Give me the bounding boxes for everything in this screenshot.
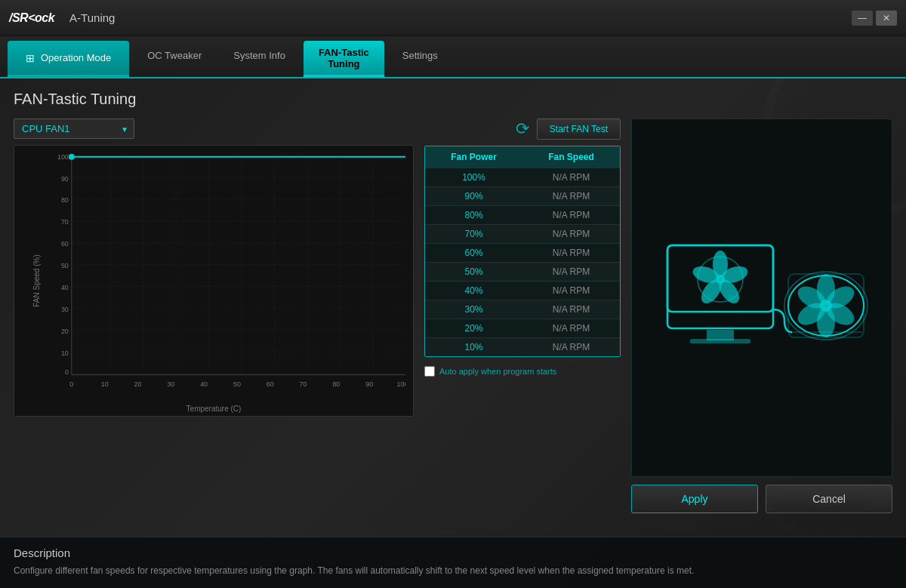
svg-point-26 [69,154,75,160]
description-section: Description Configure different fan spee… [0,537,906,588]
content-row: CPU FAN1 CPU FAN2 CHA_FAN1 CHA_FAN2 ▼ FA… [14,119,892,513]
grid-icon: ⊞ [26,52,35,64]
titlebar: /SR<ock A-Tuning — ✕ [0,0,906,36]
fan-speed-cell: N/A RPM [522,187,620,205]
image-section: Apply Cancel [631,119,892,513]
table-section: ⟳ Start FAN Test Fan Power Fan Speed 100… [424,119,621,513]
tab-oc-tweaker[interactable]: OC Tweaker [132,36,217,77]
fan-power-cell: 70% [425,225,522,243]
start-fan-test-button[interactable]: Start FAN Test [537,119,621,140]
svg-text:20: 20 [134,380,141,388]
chart-section: CPU FAN1 CPU FAN2 CHA_FAN1 CHA_FAN2 ▼ FA… [14,119,414,513]
svg-text:90: 90 [365,380,373,388]
svg-text:50: 50 [61,262,69,269]
fan-speed-cell: N/A RPM [522,225,620,243]
fan-speed-header: Fan Speed [522,146,620,168]
fan-power-cell: 100% [425,168,522,186]
svg-text:20: 20 [61,328,69,335]
table-row: 30% N/A RPM [425,300,620,319]
main-content: FAN-Tastic Tuning CPU FAN1 CPU FAN2 CHA_… [0,79,906,588]
fan-image-box [631,119,892,477]
fan-dropdown-wrapper[interactable]: CPU FAN1 CPU FAN2 CHA_FAN1 CHA_FAN2 ▼ [14,119,134,139]
tab-settings-label: Settings [402,50,438,61]
fan-power-cell: 60% [425,244,522,262]
svg-text:30: 30 [61,306,69,313]
svg-point-37 [716,275,725,284]
fan-illustration-svg [652,223,871,374]
svg-text:10: 10 [101,380,109,388]
svg-text:100: 100 [57,153,69,161]
logo-area: /SR<ock A-Tuning [9,11,115,25]
asrock-logo: /SR<ock [9,11,54,25]
table-row: 70% N/A RPM [425,224,620,243]
navbar: ⊞ Operation Mode OC Tweaker System Info … [0,36,906,79]
description-text: Configure different fan speeds for respe… [14,564,892,577]
tab-fan-tastic[interactable]: FAN-TasticTuning [304,41,384,77]
table-header: Fan Power Fan Speed [425,146,620,168]
svg-text:100: 100 [397,380,405,388]
svg-text:40: 40 [61,284,69,291]
svg-text:80: 80 [61,196,69,204]
svg-text:60: 60 [267,380,274,388]
svg-text:10: 10 [61,349,69,357]
tab-operation-mode-label: Operation Mode [41,52,111,63]
fan-power-cell: 90% [425,187,522,205]
svg-text:30: 30 [167,380,174,388]
fan-test-row: ⟳ Start FAN Test [424,119,621,140]
chart-y-label: FAN Speed (%) [32,254,41,306]
table-row: 40% N/A RPM [425,281,620,300]
svg-rect-0 [72,155,405,374]
tab-system-info[interactable]: System Info [218,36,300,77]
fan-power-cell: 30% [425,300,522,319]
svg-rect-29 [707,330,734,340]
svg-text:70: 70 [300,380,307,388]
fan-select[interactable]: CPU FAN1 CPU FAN2 CHA_FAN1 CHA_FAN2 [14,119,134,139]
table-row: 10% N/A RPM [425,337,620,356]
auto-apply-label[interactable]: Auto apply when program starts [439,367,556,376]
table-row: 20% N/A RPM [425,319,620,337]
svg-text:70: 70 [61,218,69,226]
tab-fan-tastic-label: FAN-TasticTuning [319,47,369,69]
fan-speed-cell: N/A RPM [522,319,620,337]
page-title: FAN-Tastic Tuning [14,91,892,108]
fan-speed-cell: N/A RPM [522,338,620,356]
fan-speed-cell: N/A RPM [522,300,620,319]
auto-apply-checkbox[interactable] [424,366,435,377]
fan-select-row: CPU FAN1 CPU FAN2 CHA_FAN1 CHA_FAN2 ▼ [14,119,414,139]
fan-speed-cell: N/A RPM [522,206,620,224]
chart-svg[interactable]: 100 90 80 70 60 50 40 30 20 10 0 0 10 20… [45,153,405,398]
table-row: 60% N/A RPM [425,243,620,262]
svg-text:80: 80 [332,380,340,388]
app-title: A-Tuning [69,11,115,24]
fan-power-cell: 10% [425,338,522,356]
svg-text:0: 0 [69,380,73,388]
tab-operation-mode[interactable]: ⊞ Operation Mode [8,41,129,77]
tab-oc-tweaker-label: OC Tweaker [147,50,202,61]
auto-apply-row: Auto apply when program starts [424,366,621,377]
fan-power-cell: 80% [425,206,522,224]
fan-power-header: Fan Power [425,146,522,168]
tab-settings[interactable]: Settings [387,36,453,77]
table-row: 80% N/A RPM [425,205,620,224]
fan-power-cell: 20% [425,319,522,337]
tab-system-info-label: System Info [233,50,285,61]
description-title: Description [14,546,892,559]
minimize-button[interactable]: — [852,11,873,26]
svg-text:60: 60 [61,240,69,248]
fan-power-cell: 40% [425,282,522,300]
fan-speed-cell: N/A RPM [522,282,620,300]
window-controls: — ✕ [852,11,897,26]
apply-cancel-row: Apply Cancel [631,485,892,513]
fan-speed-table: Fan Power Fan Speed 100% N/A RPM 90% N/A… [424,146,621,357]
table-row: 100% N/A RPM [425,168,620,186]
close-button[interactable]: ✕ [876,11,897,26]
apply-button[interactable]: Apply [631,485,758,513]
fan-speed-cell: N/A RPM [522,263,620,281]
svg-rect-30 [690,339,750,343]
table-row: 50% N/A RPM [425,262,620,281]
svg-point-45 [820,300,832,312]
fan-speed-chart[interactable]: FAN Speed (%) 100 90 80 70 60 50 [14,145,414,417]
svg-text:50: 50 [233,380,241,388]
cancel-button[interactable]: Cancel [766,485,892,513]
fan-speed-cell: N/A RPM [522,168,620,186]
